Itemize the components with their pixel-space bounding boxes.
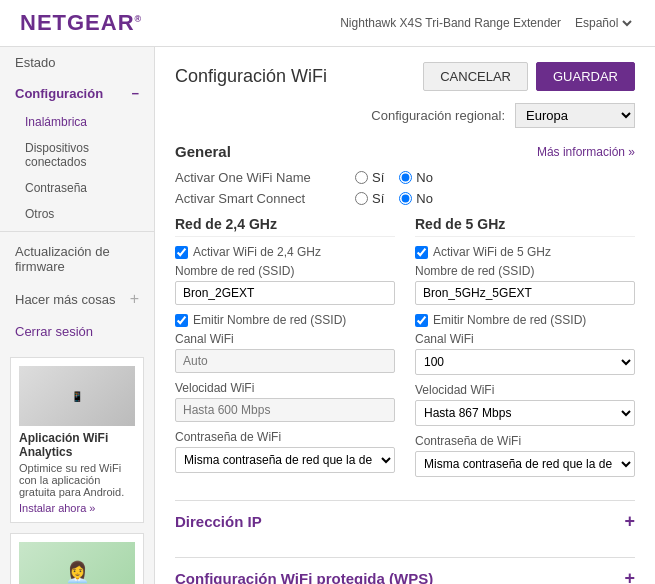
wps-title: Configuración WiFi protegida (WPS) <box>175 570 433 584</box>
velocidad-5-select[interactable]: Hasta 867 Mbps Hasta 400 Mbps <box>415 400 635 426</box>
canal-24-field: Canal WiFi <box>175 332 395 373</box>
sidebar-item-configuracion[interactable]: Configuración − <box>0 78 154 109</box>
logo-text: NETGEAR <box>20 10 135 35</box>
add-icon: + <box>130 290 139 308</box>
contrasena-5-field: Contraseña de WiFi Misma contraseña de r… <box>415 434 635 477</box>
sidebar-item-actualizacion[interactable]: Actualización de firmware <box>0 236 154 282</box>
sidebar-contrasena-label: Contraseña <box>25 181 87 195</box>
one-wifi-si-option[interactable]: Sí <box>355 170 384 185</box>
emitir-5-label: Emitir Nombre de red (SSID) <box>433 313 586 327</box>
ip-title: Dirección IP <box>175 513 262 530</box>
ssid-24-input[interactable] <box>175 281 395 305</box>
regional-select[interactable]: Europa América <box>515 103 635 128</box>
sidebar-card-analytics: 📱 Aplicación WiFi Analytics Optimice su … <box>10 357 144 523</box>
contrasena-24-label: Contraseña de WiFi <box>175 430 395 444</box>
activar-5-label: Activar WiFi de 5 GHz <box>433 245 551 259</box>
one-wifi-label: Activar One WiFi Name <box>175 170 355 185</box>
sidebar-inalambrica-label: Inalámbrica <box>25 115 87 129</box>
mas-info-link[interactable]: Más información » <box>537 145 635 159</box>
contrasena-24-field: Contraseña de WiFi Misma contraseña de r… <box>175 430 395 473</box>
smart-connect-row: Activar Smart Connect Sí No <box>175 191 635 206</box>
page-title: Configuración WiFi <box>175 66 327 87</box>
ssid-5-input[interactable] <box>415 281 635 305</box>
sidebar-divider <box>0 231 154 232</box>
activar-5-checkbox[interactable] <box>415 246 428 259</box>
sidebar-cerrar-label: Cerrar sesión <box>15 324 93 339</box>
velocidad-24-field: Velocidad WiFi <box>175 381 395 422</box>
two-col-grid: Red de 2,4 GHz Activar WiFi de 2,4 GHz N… <box>175 216 635 485</box>
ip-collapsible-header[interactable]: Dirección IP + <box>175 501 635 542</box>
sidebar-item-hacer[interactable]: Hacer más cosas + <box>0 282 154 316</box>
card-analytics-link[interactable]: Instalar ahora » <box>19 502 135 514</box>
one-wifi-no-radio[interactable] <box>399 171 412 184</box>
language-select[interactable]: Español English <box>571 15 635 31</box>
main-content: Configuración WiFi CANCELAR GUARDAR Conf… <box>155 47 655 584</box>
chevron-up-icon: − <box>131 86 139 101</box>
one-wifi-row: Activar One WiFi Name Sí No <box>175 170 635 185</box>
sidebar-item-estado[interactable]: Estado <box>0 47 154 78</box>
band-5-col: Red de 5 GHz Activar WiFi de 5 GHz Nombr… <box>415 216 635 485</box>
smart-connect-si-radio[interactable] <box>355 192 368 205</box>
wps-section: Configuración WiFi protegida (WPS) + <box>175 557 635 584</box>
band-5-title: Red de 5 GHz <box>415 216 635 237</box>
one-wifi-no-option[interactable]: No <box>399 170 433 185</box>
sidebar-hacer-label: Hacer más cosas <box>15 292 115 307</box>
one-wifi-no-label: No <box>416 170 433 185</box>
emitir-24-row: Emitir Nombre de red (SSID) <box>175 313 395 327</box>
save-button[interactable]: GUARDAR <box>536 62 635 91</box>
ip-section: Dirección IP + <box>175 500 635 542</box>
page-header: Configuración WiFi CANCELAR GUARDAR <box>175 62 635 91</box>
logo-tm: ® <box>135 14 143 24</box>
layout: Estado Configuración − Inalámbrica Dispo… <box>0 47 655 584</box>
nombre-24-label: Nombre de red (SSID) <box>175 264 395 278</box>
smart-connect-si-label: Sí <box>372 191 384 206</box>
smart-connect-si-option[interactable]: Sí <box>355 191 384 206</box>
nombre-5-field: Nombre de red (SSID) <box>415 264 635 305</box>
band-24-title: Red de 2,4 GHz <box>175 216 395 237</box>
sidebar-sub-inalambrica[interactable]: Inalámbrica <box>0 109 154 135</box>
emitir-24-checkbox[interactable] <box>175 314 188 327</box>
ip-expand-icon: + <box>624 511 635 532</box>
velocidad-24-label: Velocidad WiFi <box>175 381 395 395</box>
sidebar-dispositivos-label: Dispositivos conectados <box>25 141 89 169</box>
sidebar-cerrar-sesion[interactable]: Cerrar sesión <box>0 316 154 347</box>
regional-label: Configuración regional: <box>371 108 505 123</box>
sidebar-card-help: 👩‍💼 ¿Necesita ayuda? Envíe sus dudas a n… <box>10 533 144 584</box>
activar-5-row: Activar WiFi de 5 GHz <box>415 245 635 259</box>
one-wifi-si-radio[interactable] <box>355 171 368 184</box>
contrasena-5-select[interactable]: Misma contraseña de red que la de la exi… <box>415 451 635 477</box>
sidebar-sub-otros[interactable]: Otros <box>0 201 154 227</box>
sidebar-actualizacion-label: Actualización de firmware <box>15 244 139 274</box>
wps-collapsible-header[interactable]: Configuración WiFi protegida (WPS) + <box>175 558 635 584</box>
activar-24-label: Activar WiFi de 2,4 GHz <box>193 245 321 259</box>
emitir-5-checkbox[interactable] <box>415 314 428 327</box>
activar-24-checkbox[interactable] <box>175 246 188 259</box>
velocidad-24-input <box>175 398 395 422</box>
one-wifi-radio-group: Sí No <box>355 170 433 185</box>
card-analytics-image: 📱 <box>19 366 135 426</box>
smart-connect-no-option[interactable]: No <box>399 191 433 206</box>
logo: NETGEAR® <box>20 10 142 36</box>
regional-row: Configuración regional: Europa América <box>175 103 635 128</box>
btn-group: CANCELAR GUARDAR <box>423 62 635 91</box>
nombre-5-label: Nombre de red (SSID) <box>415 264 635 278</box>
band-24-col: Red de 2,4 GHz Activar WiFi de 2,4 GHz N… <box>175 216 395 485</box>
card-help-image: 👩‍💼 <box>19 542 135 584</box>
one-wifi-si-label: Sí <box>372 170 384 185</box>
general-section-header: General Más información » <box>175 143 635 160</box>
device-name: Nighthawk X4S Tri-Band Range Extender <box>340 16 561 30</box>
smart-connect-no-radio[interactable] <box>399 192 412 205</box>
sidebar-sub-dispositivos[interactable]: Dispositivos conectados <box>0 135 154 175</box>
sidebar-estado-label: Estado <box>15 55 55 70</box>
canal-5-select[interactable]: 100 36 40 <box>415 349 635 375</box>
sidebar-sub-contrasena[interactable]: Contraseña <box>0 175 154 201</box>
cancel-button[interactable]: CANCELAR <box>423 62 528 91</box>
activar-24-row: Activar WiFi de 2,4 GHz <box>175 245 395 259</box>
sidebar-otros-label: Otros <box>25 207 54 221</box>
smart-connect-radio-group: Sí No <box>355 191 433 206</box>
smart-connect-label: Activar Smart Connect <box>175 191 355 206</box>
header: NETGEAR® Nighthawk X4S Tri-Band Range Ex… <box>0 0 655 47</box>
sidebar-config-label: Configuración <box>15 86 103 101</box>
nombre-24-field: Nombre de red (SSID) <box>175 264 395 305</box>
contrasena-24-select[interactable]: Misma contraseña de red que la de la exi… <box>175 447 395 473</box>
